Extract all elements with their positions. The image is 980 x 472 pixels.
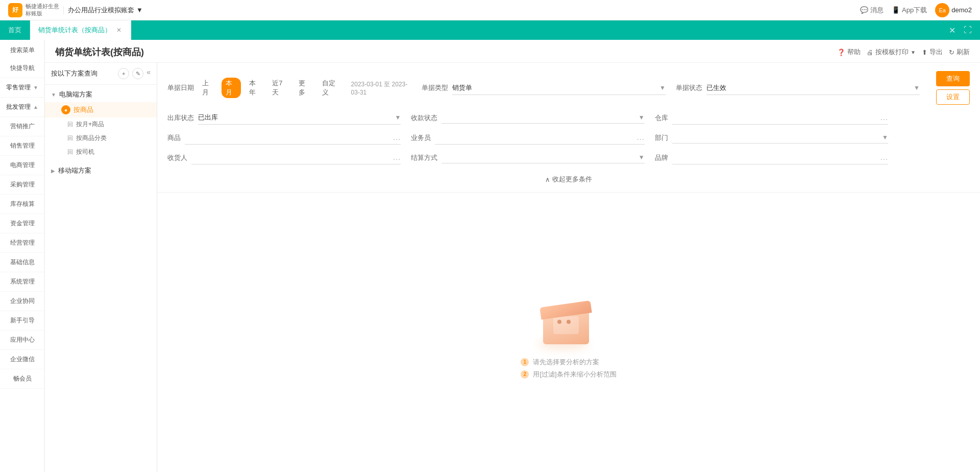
salesperson-label: 业务员: [411, 133, 431, 143]
sidebar-item-enterprise[interactable]: 企业协同: [0, 292, 44, 311]
scheme-group-pc-header[interactable]: ▼ 电脑端方案: [45, 87, 157, 102]
scheme-group-mobile: ▶ 移动端方案: [45, 161, 157, 180]
scheme-item-by-cashier[interactable]: 回 按司机: [45, 145, 157, 159]
sidebar-item-marketing[interactable]: 营销推广: [0, 117, 44, 136]
scheme-item-by-month-goods[interactable]: 回 按月+商品: [45, 117, 157, 131]
filter-salesperson: 业务员 …: [411, 131, 654, 145]
empty-line-1: 1 请先选择要分析的方案: [521, 358, 616, 367]
goods-control: …: [185, 131, 401, 145]
date-tab-more[interactable]: 更多: [295, 78, 314, 98]
sidebar-search-label[interactable]: 搜索菜单: [10, 46, 35, 55]
sidebar-item-system[interactable]: 系统管理: [0, 272, 44, 292]
date-tab-custom[interactable]: 自定义: [318, 78, 343, 98]
collapse-up-icon: ∧: [545, 176, 550, 183]
mobile-group-arrow-icon: ▶: [51, 168, 55, 174]
warehouse-out-dropdown-icon[interactable]: ▼: [395, 114, 401, 121]
settings-button[interactable]: 设置: [936, 89, 970, 105]
page-header: 销货单统计表(按商品) ❓ 帮助 🖨 按模板打印 ▼ ⬆ 导出 ↻ 刷新: [45, 40, 980, 63]
filter-payment-method: 结算方式 ▼: [411, 152, 654, 163]
refresh-icon: ↻: [949, 49, 954, 56]
box-face: [553, 316, 579, 334]
sidebar-item-apps[interactable]: 应用中心: [0, 331, 44, 350]
box-eye-right: [567, 320, 571, 324]
query-button[interactable]: 查询: [936, 71, 970, 86]
date-filter-control: 上月 本月 本年 近7天 更多 自定义 2023-03-01 至 2023-03…: [198, 78, 411, 98]
filter-row-1: 单据日期 上月 本月 本年 近7天 更多 自定义 2023-03-01 至 20…: [167, 71, 970, 105]
scheme-panel: 按以下方案查询 + ✎ « ▼ 电脑端方案 ● 按商品: [45, 63, 157, 472]
export-button[interactable]: ⬆ 导出: [922, 48, 943, 57]
empty-illustration: [528, 283, 609, 349]
expand-window-icon[interactable]: ⛶: [962, 23, 974, 37]
company-selector[interactable]: 办公用品行业模拟账套 ▼: [68, 6, 143, 15]
scheme-item-by-goods[interactable]: ● 按商品: [45, 102, 157, 117]
print-button[interactable]: 🖨 按模板打印 ▼: [867, 48, 916, 57]
scheme-item-by-goods-category[interactable]: 回 按商品分类: [45, 131, 157, 145]
sidebar-item-quick-nav[interactable]: 快捷导航: [0, 59, 44, 78]
sidebar-item-ecommerce[interactable]: 电商管理: [0, 156, 44, 175]
sidebar-item-retail[interactable]: 零售管理 ▼: [0, 78, 44, 98]
filter-brand: 品牌 …: [655, 151, 898, 164]
warehouse-out-value: 已出库: [198, 113, 218, 122]
message-icon: 💬: [860, 6, 868, 14]
box-eyes: [557, 320, 571, 324]
department-control: ▼: [672, 132, 888, 144]
sidebar-item-operations[interactable]: 经营管理: [0, 233, 44, 253]
date-tab-last-7days[interactable]: 近7天: [268, 78, 290, 98]
payment-method-dropdown-icon[interactable]: ▼: [639, 154, 645, 161]
type-dropdown-icon[interactable]: ▼: [659, 84, 666, 91]
tab-sales-report[interactable]: 销货单统计表（按商品） ✕: [30, 20, 131, 40]
goods-dots-icon[interactable]: …: [393, 133, 401, 142]
date-tab-last-month[interactable]: 上月: [198, 78, 217, 98]
scheme-edit-icon[interactable]: ✎: [132, 68, 143, 79]
consignee-control: …: [191, 151, 401, 164]
empty-line-2: 2 用[过滤]条件来缩小分析范围: [521, 370, 616, 379]
box-eye-left: [557, 320, 561, 324]
tab-home[interactable]: 首页: [0, 20, 30, 40]
user-profile[interactable]: Ea demo2: [935, 3, 972, 17]
page-actions: ❓ 帮助 🖨 按模板打印 ▼ ⬆ 导出 ↻ 刷新: [837, 48, 970, 57]
sidebar-item-member[interactable]: 畅会员: [0, 369, 44, 389]
close-window-icon[interactable]: ✕: [947, 23, 958, 37]
consignee-label: 收货人: [167, 153, 187, 162]
scheme-group-mobile-header[interactable]: ▶ 移动端方案: [45, 163, 157, 178]
help-icon: ❓: [837, 49, 845, 56]
app-download-button[interactable]: 📱 App下载: [892, 6, 927, 15]
collapse-more-button[interactable]: ∧ 收起更多条件: [167, 171, 970, 188]
filter-result-panel: 单据日期 上月 本月 本年 近7天 更多 自定义 2023-03-01 至 20…: [157, 63, 980, 472]
sidebar-item-guide[interactable]: 新手引导: [0, 311, 44, 331]
tab-close-icon[interactable]: ✕: [115, 26, 122, 35]
filter-row-2: 出库状态 已出库 ▼ 收款状态 ▼: [167, 111, 970, 125]
top-header: 好 畅捷通好生意 标账版 办公用品行业模拟账套 ▼ 💬 消息 📱 App下载 E…: [0, 0, 980, 20]
filter-type: 单据类型 销货单 ▼: [422, 81, 676, 95]
consignee-dots-icon[interactable]: …: [393, 153, 401, 162]
status-dropdown-icon[interactable]: ▼: [914, 84, 920, 91]
sidebar-item-purchase[interactable]: 采购管理: [0, 175, 44, 195]
scheme-add-icon[interactable]: +: [118, 68, 129, 79]
receipt-status-dropdown-icon[interactable]: ▼: [639, 114, 645, 121]
empty-dot-1: 1: [521, 358, 529, 366]
sidebar-item-sales[interactable]: 销售管理: [0, 136, 44, 156]
salesperson-dots-icon[interactable]: …: [636, 133, 645, 142]
date-tab-this-year[interactable]: 本年: [245, 78, 264, 98]
status-control: 已生效 ▼: [706, 81, 920, 95]
date-tab-this-month[interactable]: 本月: [222, 78, 241, 98]
message-button[interactable]: 💬 消息: [860, 6, 884, 15]
sidebar-item-wechat[interactable]: 企业微信: [0, 350, 44, 369]
sidebar: 搜索菜单 快捷导航 零售管理 ▼ 批发管理 ▲ 营销推广 销售管理 电商管理 采…: [0, 40, 45, 472]
type-label: 单据类型: [422, 83, 448, 92]
scheme-actions: + ✎ «: [118, 68, 151, 79]
brand-dots-icon[interactable]: …: [880, 153, 888, 162]
warehouse-dots-icon[interactable]: …: [880, 113, 888, 122]
logo-icon: 好: [8, 3, 22, 17]
refresh-button[interactable]: ↻ 刷新: [949, 48, 970, 57]
sidebar-item-finance[interactable]: 资金管理: [0, 214, 44, 233]
warehouse-out-label: 出库状态: [167, 113, 194, 123]
sidebar-item-inventory[interactable]: 库存核算: [0, 195, 44, 214]
scheme-collapse-icon[interactable]: «: [146, 68, 151, 79]
department-dropdown-icon[interactable]: ▼: [882, 134, 888, 141]
help-button[interactable]: ❓ 帮助: [837, 48, 861, 57]
sidebar-item-basic[interactable]: 基础信息: [0, 253, 44, 272]
salesperson-control: …: [435, 131, 644, 145]
sidebar-item-wholesale[interactable]: 批发管理 ▲: [0, 98, 44, 117]
filter-row-4: 收货人 … 结算方式 ▼: [167, 151, 970, 164]
